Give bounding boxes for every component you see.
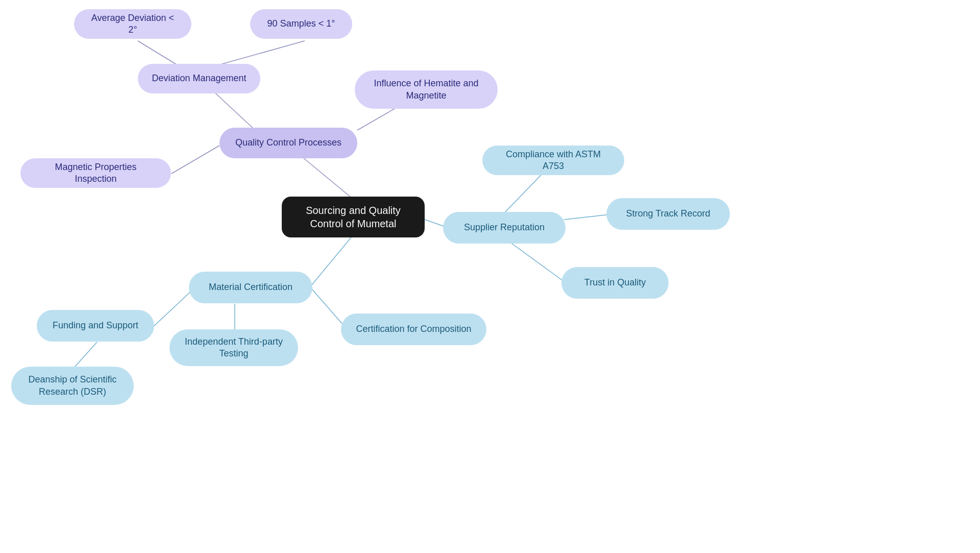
svg-line-13	[153, 288, 194, 327]
center-node: Sourcing and Quality Control of Mumetal	[282, 197, 425, 237]
strong-track-label: Strong Track Record	[626, 208, 710, 220]
deanship-node: Deanship of Scientific Research (DSR)	[11, 367, 134, 405]
hematite-node: Influence of Hematite and Magnetite	[355, 70, 498, 109]
cert-comp-label: Certification for Composition	[356, 323, 471, 335]
magnetic-props-label: Magnetic Properties Inspection	[33, 161, 159, 185]
center-label: Sourcing and Quality Control of Mumetal	[294, 204, 412, 230]
avg-deviation-node: Average Deviation < 2°	[74, 9, 191, 39]
deanship-label: Deanship of Scientific Research (DSR)	[23, 374, 121, 398]
svg-line-8	[564, 214, 610, 220]
svg-line-10	[309, 235, 353, 288]
indep-testing-node: Independent Third-party Testing	[169, 329, 298, 366]
supplier-rep-node: Supplier Reputation	[443, 212, 566, 244]
material-cert-label: Material Certification	[209, 281, 292, 293]
svg-line-5	[172, 146, 219, 174]
hematite-label: Influence of Hematite and Magnetite	[367, 78, 485, 102]
funding-support-label: Funding and Support	[53, 320, 138, 331]
svg-line-9	[510, 243, 567, 283]
trust-quality-label: Trust in Quality	[584, 277, 646, 288]
supplier-rep-label: Supplier Reputation	[464, 222, 545, 233]
trust-quality-node: Trust in Quality	[561, 267, 669, 299]
deviation-mgmt-label: Deviation Management	[152, 73, 246, 84]
svg-line-14	[74, 342, 97, 368]
indep-testing-label: Independent Third-party Testing	[182, 336, 286, 360]
cert-comp-node: Certification for Composition	[341, 314, 486, 345]
avg-deviation-label: Average Deviation < 2°	[86, 12, 179, 36]
quality-control-label: Quality Control Processes	[235, 137, 341, 149]
magnetic-props-node: Magnetic Properties Inspection	[20, 158, 171, 188]
samples-node: 90 Samples < 1°	[250, 9, 352, 39]
compliance-node: Compliance with ASTM A753	[482, 146, 624, 175]
compliance-label: Compliance with ASTM A753	[495, 149, 612, 173]
material-cert-node: Material Certification	[189, 272, 312, 303]
funding-support-node: Funding and Support	[37, 310, 154, 342]
quality-control-node: Quality Control Processes	[219, 128, 357, 158]
deviation-mgmt-node: Deviation Management	[138, 64, 260, 93]
samples-label: 90 Samples < 1°	[267, 18, 335, 30]
strong-track-node: Strong Track Record	[606, 198, 730, 230]
